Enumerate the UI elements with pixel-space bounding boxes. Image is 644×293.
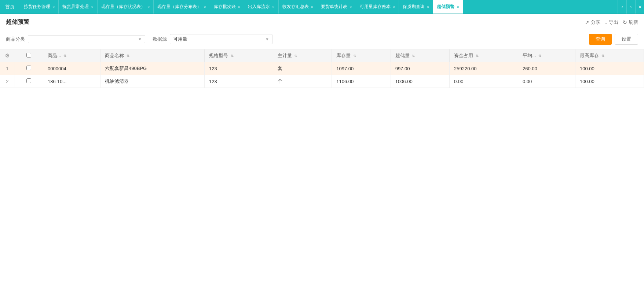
page-header: 超储预警 ➚ 分享 ↓ 导出 ↻ 刷新 xyxy=(0,14,644,29)
col-max-stock[interactable]: 最高库存 ⇅ xyxy=(575,49,644,62)
row-capital-use: 0.00 xyxy=(450,75,518,88)
nav-tab-close-batch[interactable]: × xyxy=(238,5,240,9)
nav-tab-close-overstock[interactable]: × xyxy=(457,5,459,9)
filter-actions: 查询 设置 xyxy=(589,34,638,45)
nav-tab-batch[interactable]: 库存批次账× xyxy=(210,0,244,14)
nav-tab-collect[interactable]: 收发存汇总表× xyxy=(279,0,317,14)
row-product-code: 0000004 xyxy=(43,62,100,75)
datasource-label: 数据源 xyxy=(153,36,167,42)
row-unit: 套 xyxy=(273,62,332,75)
datasource-select[interactable]: 可用量 ▼ xyxy=(170,34,272,44)
export-icon: ↓ xyxy=(605,19,607,25)
col-stock-qty[interactable]: 库存量 ⇅ xyxy=(332,49,391,62)
nav-tab-close-quality[interactable]: × xyxy=(427,5,429,9)
top-nav: 首页拣货任务管理×拣货异常处理×现存量（库存状况表）×现存量（库存分布表）×库存… xyxy=(0,0,644,14)
nav-close-all-button[interactable]: ✕ xyxy=(635,0,644,14)
nav-tab-close-stock-dist[interactable]: × xyxy=(204,5,206,9)
settings-gear-icon[interactable]: ⚙ xyxy=(5,52,10,59)
row-product-name: 机油滤清器 xyxy=(100,75,205,88)
share-button[interactable]: ➚ 分享 xyxy=(585,19,600,26)
nav-tab-quality[interactable]: 保质期查询× xyxy=(399,0,433,14)
row-num: 2 xyxy=(0,75,15,88)
table-row: 2186-10...机油滤清器123个1106.001006.000.000.0… xyxy=(0,75,644,88)
table-container: ⚙ 商品... ⇅ 商品名称 ⇅ 规格型号 ⇅ xyxy=(0,49,644,88)
select-all-checkbox[interactable] xyxy=(26,53,31,58)
row-product-name: 六配套新昌490BPG xyxy=(100,62,205,75)
row-avg: 260.00 xyxy=(518,62,575,75)
row-overstock-qty: 997.00 xyxy=(391,62,449,75)
category-label: 商品分类 xyxy=(6,36,25,42)
sort-max-stock-icon: ⇅ xyxy=(601,54,604,58)
nav-tab-close-available[interactable]: × xyxy=(393,5,395,9)
nav-tab-close-task-mgmt[interactable]: × xyxy=(52,5,55,9)
nav-tab-available[interactable]: 可用量库存账本× xyxy=(356,0,399,14)
category-filter: 商品分类 ▼ xyxy=(6,35,145,43)
col-overstock-qty[interactable]: 超储量 ⇅ xyxy=(391,49,449,62)
datasource-arrow-icon: ▼ xyxy=(265,37,269,41)
col-spec[interactable]: 规格型号 ⇅ xyxy=(204,49,273,62)
data-table: ⚙ 商品... ⇅ 商品名称 ⇅ 规格型号 ⇅ xyxy=(0,49,644,88)
row-stock-qty: 1097.00 xyxy=(332,62,391,75)
page-title: 超储预警 xyxy=(6,18,29,26)
datasource-value: 可用量 xyxy=(173,36,265,42)
nav-tab-overstock[interactable]: 超储预警× xyxy=(433,0,463,14)
nav-tab-close-stock-status[interactable]: × xyxy=(147,5,150,9)
sort-product-code-icon: ⇅ xyxy=(63,54,66,58)
nav-arrows: ‹ › ✕ xyxy=(618,0,644,14)
sort-stock-qty-icon: ⇅ xyxy=(353,54,356,58)
nav-tab-close-collect[interactable]: × xyxy=(311,5,313,9)
row-product-code: 186-10... xyxy=(43,75,100,88)
export-button[interactable]: ↓ 导出 xyxy=(605,19,618,26)
query-button[interactable]: 查询 xyxy=(589,34,612,45)
row-select-checkbox[interactable] xyxy=(26,78,31,83)
nav-tab-close-inout[interactable]: × xyxy=(272,5,274,9)
sort-unit-icon: ⇅ xyxy=(294,54,297,58)
nav-tab-home[interactable]: 首页 xyxy=(0,0,20,14)
category-select[interactable]: ▼ xyxy=(28,35,145,43)
nav-tab-task-mgmt[interactable]: 拣货任务管理× xyxy=(20,0,59,14)
nav-prev-button[interactable]: ‹ xyxy=(618,0,626,14)
row-max-stock: 100.00 xyxy=(575,75,644,88)
sort-spec-icon: ⇅ xyxy=(231,54,234,58)
col-capital-use[interactable]: 资金占用 ⇅ xyxy=(450,49,518,62)
col-settings: ⚙ xyxy=(0,49,15,62)
sort-avg-icon: ⇅ xyxy=(538,54,541,58)
nav-next-button[interactable]: › xyxy=(626,0,635,14)
sort-capital-use-icon: ⇅ xyxy=(476,54,479,58)
sort-product-name-icon: ⇅ xyxy=(127,54,129,58)
row-spec: 123 xyxy=(204,62,273,75)
col-product-code[interactable]: 商品... ⇅ xyxy=(43,49,100,62)
row-avg: 0.00 xyxy=(518,75,575,88)
nav-tab-stock-dist[interactable]: 现存量（库存分布表）× xyxy=(154,0,210,14)
nav-tab-order-stat[interactable]: 要货单统计表× xyxy=(317,0,356,14)
row-checkbox xyxy=(15,62,43,75)
row-max-stock: 100.00 xyxy=(575,62,644,75)
row-overstock-qty: 1006.00 xyxy=(391,75,449,88)
col-checkbox xyxy=(15,49,43,62)
page-container: 超储预警 ➚ 分享 ↓ 导出 ↻ 刷新 商品分类 ▼ 数据源 xyxy=(0,14,644,293)
nav-tab-stock-status[interactable]: 现存量（库存状况表）× xyxy=(98,0,154,14)
nav-tab-inout[interactable]: 出入库流水× xyxy=(244,0,278,14)
row-checkbox xyxy=(15,75,43,88)
nav-tab-abnormal[interactable]: 拣货异常处理× xyxy=(59,0,97,14)
datasource-filter: 数据源 可用量 ▼ xyxy=(153,34,272,44)
category-arrow-icon: ▼ xyxy=(138,37,142,41)
header-actions: ➚ 分享 ↓ 导出 ↻ 刷新 xyxy=(585,19,638,26)
nav-tab-close-order-stat[interactable]: × xyxy=(350,5,352,9)
row-select-checkbox[interactable] xyxy=(26,66,31,70)
col-unit[interactable]: 主计量 ⇅ xyxy=(273,49,332,62)
row-stock-qty: 1106.00 xyxy=(332,75,391,88)
table-row: 10000004六配套新昌490BPG123套1097.00997.002592… xyxy=(0,62,644,75)
row-capital-use: 259220.00 xyxy=(450,62,518,75)
table-header-row: ⚙ 商品... ⇅ 商品名称 ⇅ 规格型号 ⇅ xyxy=(0,49,644,62)
nav-tab-close-abnormal[interactable]: × xyxy=(91,5,93,9)
settings-button[interactable]: 设置 xyxy=(615,34,638,45)
sort-overstock-qty-icon: ⇅ xyxy=(412,54,415,58)
share-icon: ➚ xyxy=(585,19,589,25)
row-num: 1 xyxy=(0,62,15,75)
refresh-icon: ↻ xyxy=(623,19,627,25)
col-avg[interactable]: 平均... ⇅ xyxy=(518,49,575,62)
filter-row: 商品分类 ▼ 数据源 可用量 ▼ 查询 设置 xyxy=(0,29,644,49)
refresh-button[interactable]: ↻ 刷新 xyxy=(623,19,638,26)
col-product-name[interactable]: 商品名称 ⇅ xyxy=(100,49,205,62)
